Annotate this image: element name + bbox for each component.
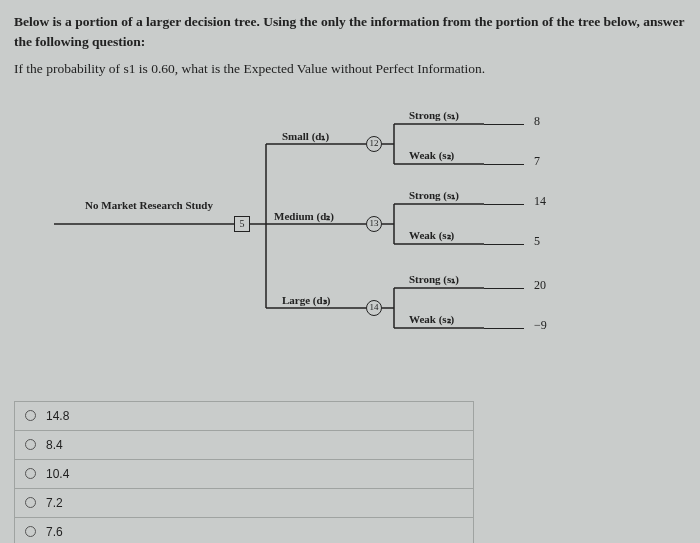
value-line	[484, 204, 524, 205]
value-line	[484, 288, 524, 289]
payoff-value: 20	[534, 278, 546, 293]
payoff-value: −9	[534, 318, 547, 333]
radio-icon[interactable]	[25, 410, 36, 421]
answer-label: 7.6	[46, 525, 63, 539]
root-label: No Market Research Study	[84, 199, 214, 212]
payoff-value: 8	[534, 114, 540, 129]
state-label: Weak (s₂)	[409, 149, 454, 162]
decision-tree-figure: No Market Research Study 5 Small (d₁) 12…	[14, 89, 674, 389]
state-label: Weak (s₂)	[409, 229, 454, 242]
decision-node: 5	[234, 216, 250, 232]
payoff-value: 5	[534, 234, 540, 249]
state-label: Strong (s₁)	[409, 189, 459, 202]
answer-options: 14.8 8.4 10.4 7.2 7.6	[14, 401, 474, 543]
chance-node-12: 12	[366, 136, 382, 152]
question-prompt: If the probability of s1 is 0.60, what i…	[14, 59, 686, 79]
answer-option[interactable]: 10.4	[15, 459, 473, 488]
state-label: Strong (s₁)	[409, 273, 459, 286]
answer-option[interactable]: 7.6	[15, 517, 473, 543]
radio-icon[interactable]	[25, 468, 36, 479]
value-line	[484, 164, 524, 165]
answer-label: 8.4	[46, 438, 63, 452]
state-label: Strong (s₁)	[409, 109, 459, 122]
answer-option[interactable]: 14.8	[15, 402, 473, 430]
radio-icon[interactable]	[25, 526, 36, 537]
answer-label: 7.2	[46, 496, 63, 510]
answer-label: 10.4	[46, 467, 69, 481]
question-intro: Below is a portion of a larger decision …	[14, 12, 686, 53]
payoff-value: 14	[534, 194, 546, 209]
payoff-value: 7	[534, 154, 540, 169]
radio-icon[interactable]	[25, 497, 36, 508]
chance-node-13: 13	[366, 216, 382, 232]
branch-label-large: Large (d₃)	[282, 294, 330, 307]
value-line	[484, 244, 524, 245]
chance-node-14: 14	[366, 300, 382, 316]
answer-option[interactable]: 8.4	[15, 430, 473, 459]
radio-icon[interactable]	[25, 439, 36, 450]
tree-lines	[14, 89, 674, 389]
branch-label-medium: Medium (d₂)	[274, 210, 334, 223]
state-label: Weak (s₂)	[409, 313, 454, 326]
value-line	[484, 328, 524, 329]
answer-option[interactable]: 7.2	[15, 488, 473, 517]
branch-label-small: Small (d₁)	[282, 130, 329, 143]
value-line	[484, 124, 524, 125]
answer-label: 14.8	[46, 409, 69, 423]
